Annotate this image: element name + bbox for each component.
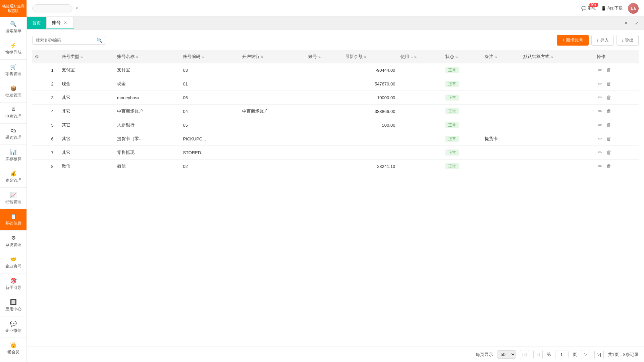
delete-button[interactable]: 🗑 — [605, 163, 613, 170]
delete-button[interactable]: 🗑 — [605, 149, 613, 156]
sidebar-item-capital-mgmt[interactable]: 💰资金管理 — [0, 166, 26, 188]
sidebar-item-wholesale-mgmt[interactable]: 📦批发管理 — [0, 81, 26, 103]
sidebar-icon-enterprise-protocol: 🤝 — [10, 256, 17, 262]
tab-account[interactable]: 账号 ✕ — [47, 17, 74, 29]
row-action-cell: ✏ 🗑 — [594, 63, 639, 77]
col-remark[interactable]: 备注⇅ — [482, 50, 521, 63]
table-row: 2 现金 现金 01 547670.00 正常 ✏ 🗑 — [32, 77, 639, 91]
sidebar-item-enterprise-protocol[interactable]: 🤝企业协同 — [0, 252, 26, 274]
search-input[interactable] — [36, 38, 97, 43]
message-button[interactable]: 💬 消息 99+ — [581, 5, 596, 11]
edit-button[interactable]: ✏ — [597, 66, 604, 74]
row-code-cell: 01 — [180, 77, 239, 91]
edit-button[interactable]: ✏ — [597, 163, 604, 170]
edit-button[interactable]: ✏ — [597, 80, 604, 87]
edit-button[interactable]: ✏ — [597, 108, 604, 115]
delete-button[interactable]: 🗑 — [605, 80, 613, 87]
sidebar-item-system-mgmt[interactable]: ⚙系统管理 — [0, 231, 26, 252]
delete-button[interactable]: 🗑 — [605, 108, 613, 115]
page-of-label: 页 — [573, 352, 577, 358]
sidebar-item-vip-member[interactable]: 👑畅会员 — [0, 338, 26, 359]
sidebar-item-search-menu[interactable]: 🔍搜索菜单 — [0, 17, 26, 38]
import-icon: ↑ — [596, 38, 599, 43]
prev-page-button[interactable]: ◁ — [533, 350, 543, 359]
row-name-cell: 大新银行 — [114, 118, 180, 132]
delete-button[interactable]: 🗑 — [605, 94, 613, 101]
col-usage[interactable]: 使用...⇅ — [398, 50, 442, 63]
delete-button[interactable]: 🗑 — [605, 135, 613, 142]
col-balance[interactable]: 最新余额⇅ — [342, 50, 398, 63]
row-num-cell: 4 — [46, 105, 59, 118]
col-name[interactable]: 账号名称⇅ — [114, 50, 180, 63]
edit-button[interactable]: ✏ — [597, 121, 604, 129]
row-num-cell: 2 — [46, 77, 59, 91]
app-download-button[interactable]: 📱 App下载 — [601, 5, 623, 11]
sidebar-item-purchase-mgmt[interactable]: 🛍采购管理 — [0, 124, 26, 145]
col-type[interactable]: 账号类型⇅ — [59, 50, 114, 63]
row-status-cell: 正常 — [443, 118, 482, 132]
row-code-cell: 02 — [180, 160, 239, 173]
search-icon[interactable]: 🔍 — [97, 38, 102, 43]
col-status[interactable]: 状态⇅ — [443, 50, 482, 63]
sidebar-item-inventory[interactable]: 📊库存核算 — [0, 145, 26, 166]
account-table: ⚙ 账号类型⇅ 账号名称⇅ 账号编码⇅ 开户银行⇅ 账号⇅ 最新余额⇅ 使用..… — [32, 50, 639, 173]
edit-button[interactable]: ✏ — [597, 149, 604, 156]
tab-close-all-button[interactable]: ✕ — [621, 18, 631, 28]
delete-button[interactable]: 🗑 — [605, 121, 613, 128]
tab-home[interactable]: 首页 — [27, 17, 47, 29]
sidebar-icon-ops-mgmt: 📈 — [10, 192, 17, 198]
sidebar-icon-system-mgmt: ⚙ — [11, 235, 16, 241]
export-button[interactable]: ↓ 导出 — [616, 35, 639, 46]
import-button[interactable]: ↑ 导入 — [591, 35, 614, 46]
sidebar-item-enterprise-wechat[interactable]: 💬企业微信 — [0, 316, 26, 338]
add-account-button[interactable]: + 新增账号 — [557, 35, 589, 46]
topbar-dropdown-icon[interactable]: ▾ — [76, 6, 78, 11]
row-bank-cell — [239, 77, 305, 91]
topbar-search-input[interactable] — [32, 4, 72, 12]
row-account-no-cell — [306, 91, 343, 105]
col-bank[interactable]: 开户银行⇅ — [239, 50, 305, 63]
row-action-cell: ✏ 🗑 — [594, 132, 639, 146]
row-remark-cell — [482, 91, 521, 105]
row-type-cell: 现金 — [59, 77, 114, 91]
row-num-cell: 7 — [46, 146, 59, 160]
sidebar-item-app-center[interactable]: 🔲应用中心 — [0, 295, 26, 316]
edit-button[interactable]: ✏ — [597, 135, 604, 142]
sidebar-item-quick-nav[interactable]: ⚡快捷导航 — [0, 38, 26, 60]
sidebar-label-ecommerce-mgmt: 电商管理 — [5, 114, 21, 119]
row-default-settle-cell — [521, 146, 594, 160]
tab-maximize-button[interactable]: ⤢ — [632, 18, 641, 28]
page-size-select[interactable]: 50 100 200 — [497, 350, 516, 359]
tab-account-close[interactable]: ✕ — [63, 20, 68, 25]
row-balance-cell: 28241.10 — [342, 160, 398, 173]
row-code-cell: 03 — [180, 63, 239, 77]
page-number-input[interactable] — [555, 351, 569, 358]
col-code[interactable]: 账号编码⇅ — [180, 50, 239, 63]
next-page-button[interactable]: ▷ — [581, 350, 590, 359]
sidebar-icon-search-menu: 🔍 — [10, 21, 17, 27]
row-action-cell: ✏ 🗑 — [594, 118, 639, 132]
row-account-no-cell — [306, 118, 343, 132]
sidebar-icon-basic-info: 📋 — [10, 213, 17, 220]
row-action-cell: ✏ 🗑 — [594, 160, 639, 173]
row-usage-cell — [398, 91, 442, 105]
sidebar-item-ops-mgmt[interactable]: 📈经营管理 — [0, 188, 26, 209]
row-gear-cell — [32, 105, 46, 118]
last-page-button[interactable]: ▷| — [594, 350, 604, 359]
sidebar-item-ecommerce-mgmt[interactable]: 🖥电商管理 — [0, 103, 26, 124]
user-avatar[interactable]: Ea — [628, 3, 639, 14]
col-account-no[interactable]: 账号⇅ — [306, 50, 343, 63]
sidebar-item-retail-mgmt[interactable]: 🛒零售管理 — [0, 60, 26, 81]
col-gear[interactable]: ⚙ — [32, 50, 46, 63]
sidebar-item-basic-info[interactable]: 📋基础信息 — [0, 209, 26, 231]
edit-button[interactable]: ✏ — [597, 94, 604, 101]
export-icon: ↓ — [622, 38, 624, 43]
sidebar-icon-purchase-mgmt: 🛍 — [11, 128, 16, 134]
row-balance-cell: 10000.00 — [342, 91, 398, 105]
col-default-settle[interactable]: 默认结算方式⇅ — [521, 50, 594, 63]
row-status-cell: 正常 — [443, 146, 482, 160]
sidebar-item-new-guide[interactable]: 🎯新手引导 — [0, 274, 26, 295]
table-row: 5 其它 大新银行 05 500.00 正常 ✏ 🗑 — [32, 118, 639, 132]
delete-button[interactable]: 🗑 — [605, 66, 613, 73]
first-page-button[interactable]: |◁ — [520, 350, 529, 359]
